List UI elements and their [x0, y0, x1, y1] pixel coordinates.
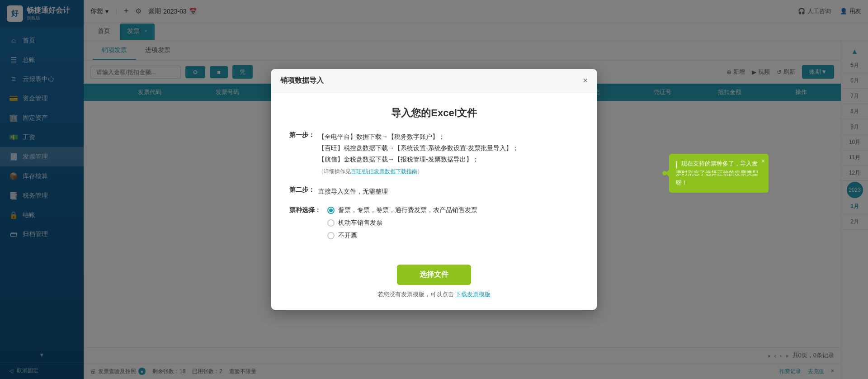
dialog-close-btn[interactable]: ×	[583, 76, 588, 85]
connection-dot	[662, 171, 667, 175]
radio-none-dot[interactable]	[327, 232, 335, 239]
radio-car[interactable]: 机动车销售发票	[327, 219, 477, 227]
connection-line	[670, 173, 768, 174]
radio-normal-dot[interactable]	[327, 207, 335, 214]
guide-link[interactable]: 百旺/航信发票数据下载指南	[351, 168, 417, 175]
tooltip-close-btn[interactable]: ×	[761, 156, 765, 166]
step1-line2: 【百旺】税控盘数据下载→【系统设置-系统参数设置-发票批量导入】；	[318, 144, 519, 152]
radio-car-dot[interactable]	[327, 219, 335, 227]
step2-content: 直接导入文件，无需整理	[318, 186, 388, 197]
step2-label: 第二步：	[289, 186, 316, 194]
dialog-body: 导入您的Excel文件 第一步： 【全电平台】数据下载→【税务数字账户】； 【百…	[271, 93, 597, 260]
step-1: 第一步： 【全电平台】数据下载→【税务数字账户】； 【百旺】税控盘数据下载→【系…	[289, 131, 579, 177]
step1-label: 第一步：	[289, 131, 316, 139]
download-note-text: 若您没有发票模版，可以点击	[377, 291, 454, 298]
select-file-btn[interactable]: 选择文件	[397, 265, 471, 285]
radio-none[interactable]: 不开票	[327, 232, 477, 240]
dialog-main-title: 导入您的Excel文件	[289, 106, 579, 120]
dialog-footer: 选择文件 若您没有发票模版，可以点击 下载发票模版	[271, 260, 597, 310]
tooltip-bar: |	[676, 161, 677, 167]
step1-line1: 【全电平台】数据下载→【税务数字账户】；	[318, 133, 445, 140]
dialog-title: 销项数据导入	[280, 76, 324, 85]
dialog-header: 销项数据导入 ×	[271, 69, 597, 93]
radio-normal-label: 普票，专票，卷票，通行费发票，农产品销售发票	[338, 206, 477, 214]
ticket-select: 票种选择： 普票，专票，卷票，通行费发票，农产品销售发票 机动车销售发票 不开票	[289, 206, 579, 240]
radio-normal[interactable]: 普票，专票，卷票，通行费发票，农产品销售发票	[327, 206, 477, 214]
ticket-label: 票种选择：	[289, 206, 326, 214]
step1-line3: 【航信】金税盘数据下载→【报税管理-发票数据导出】；	[318, 156, 479, 163]
step-2: 第二步： 直接导入文件，无需整理	[289, 186, 579, 197]
radio-car-label: 机动车销售发票	[338, 219, 382, 227]
radio-group: 普票，专票，卷票，通行费发票，农产品销售发票 机动车销售发票 不开票	[327, 206, 477, 240]
step1-note: （详细操作见百旺/航信发票数据下载指南）	[318, 168, 423, 175]
import-dialog: 销项数据导入 × 导入您的Excel文件 第一步： 【全电平台】数据下载→【税务…	[271, 69, 597, 310]
download-note: 若您没有发票模版，可以点击 下载发票模版	[280, 290, 588, 298]
radio-none-label: 不开票	[338, 232, 357, 240]
step1-content: 【全电平台】数据下载→【税务数字账户】； 【百旺】税控盘数据下载→【系统设置-系…	[318, 131, 519, 177]
download-template-link[interactable]: 下载发票模版	[455, 291, 491, 298]
